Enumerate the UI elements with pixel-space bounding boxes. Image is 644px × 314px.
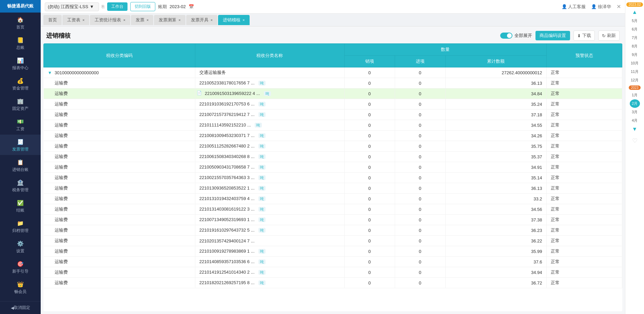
cell-purchase: 0 bbox=[395, 225, 445, 236]
tab-payroll-stats[interactable]: 工资统计报表 × bbox=[90, 15, 130, 25]
table-row[interactable]: 运输费 2210050903431708658 7 ... 吨 0 0 34.9… bbox=[44, 162, 622, 173]
cal-month-6[interactable]: 6月 bbox=[625, 25, 644, 34]
tab-close-payroll-stats[interactable]: × bbox=[123, 18, 125, 22]
cell-total: 34.26 bbox=[445, 131, 546, 141]
expand-icon[interactable]: ▼ bbox=[48, 70, 52, 75]
cell-purchase: 0 bbox=[395, 278, 445, 288]
table-row[interactable]: 运输费 2210061508340340268 8 ... 吨 0 0 35.3… bbox=[44, 152, 622, 162]
table-row[interactable]: 运输费 2210140859357103536 6 ... 吨 0 0 37.6… bbox=[44, 257, 622, 267]
calendar-icon[interactable]: 📅 bbox=[189, 4, 194, 9]
support-label[interactable]: 👤 人工客服 bbox=[562, 4, 586, 10]
cal-month-7[interactable]: 7月 bbox=[625, 34, 644, 42]
cell-sub-name: 运输费 bbox=[44, 162, 195, 173]
tab-invoice[interactable]: 发票 × bbox=[131, 15, 153, 25]
table-row[interactable]: 运输费 2210052338178017656 7 ... 吨 0 0 36.1… bbox=[44, 78, 622, 89]
table-row[interactable]: 运输费 📄 2210091503139659222 4 ... 吨 0 0 34… bbox=[44, 89, 622, 99]
sidebar-item-settings[interactable]: ⚙️ 设置 bbox=[0, 236, 41, 257]
cell-total: 34.91 bbox=[445, 162, 546, 173]
sidebar-item-invoice[interactable]: 🧾 发票管理 bbox=[0, 135, 41, 155]
tab-close-invoice[interactable]: × bbox=[147, 18, 149, 22]
expand-toggle[interactable] bbox=[500, 33, 512, 39]
cal-month-9[interactable]: 9月 bbox=[625, 51, 644, 59]
sidebar-item-tax[interactable]: 🏦 税务管理 bbox=[0, 175, 41, 196]
sidebar-item-label: 资金管理 bbox=[12, 85, 28, 91]
table-row[interactable]: 运输费 2210191610297643732 5 ... 吨 0 0 36.2… bbox=[44, 225, 622, 236]
table-row[interactable]: 运输费 2210191036192170753 6 ... 吨 0 0 35.2… bbox=[44, 99, 622, 110]
cell-code: 2210140859357103536 6 ... 吨 bbox=[195, 257, 344, 267]
tab-close-payroll[interactable]: × bbox=[82, 18, 84, 22]
sidebar-item-member[interactable]: 👑 畅会员 bbox=[0, 277, 41, 297]
cal-nav-up[interactable]: ▲ bbox=[631, 8, 639, 17]
table-row[interactable]: 运输费 2210201357429400124 7 ... 0 0 36.22 … bbox=[44, 236, 622, 246]
tab-invoice-issue[interactable]: 发票开具 × bbox=[186, 15, 217, 25]
user-avatar[interactable]: 👤 徐泽华 bbox=[591, 4, 611, 10]
sidebar-item-funds[interactable]: 💰 资金管理 bbox=[0, 74, 41, 94]
table-row[interactable]: 运输费 2210141912541014340 2 ... 吨 0 0 34.9… bbox=[44, 267, 622, 278]
sidebar-item-ledger[interactable]: 📒 总账 bbox=[0, 33, 41, 53]
cal-month-3[interactable]: 3月 bbox=[625, 108, 644, 116]
copy-icon[interactable]: ⎘ bbox=[102, 4, 104, 9]
cell-sub-name: 运输费 bbox=[44, 152, 195, 162]
download-button[interactable]: ⬇ 下载 bbox=[573, 31, 595, 41]
cal-month-11[interactable]: 11月 bbox=[625, 67, 644, 76]
sidebar-item-payroll[interactable]: 💵 工资 bbox=[0, 114, 41, 135]
sidebar-item-purchase[interactable]: 📋 进销台账 bbox=[0, 155, 41, 175]
cell-status: 正常 bbox=[546, 78, 622, 89]
cell-status: 正常 bbox=[546, 267, 622, 278]
cell-total: 34.94 bbox=[445, 267, 546, 278]
cal-month-2[interactable]: 2月 bbox=[630, 99, 640, 108]
header-actions: 全部展开 商品编码设置 ⬇ 下载 ↻ 刷新 bbox=[500, 31, 620, 41]
table-row[interactable]: 运输费 2210051125282667480 2 ... 吨 0 0 35.7… bbox=[44, 141, 622, 152]
tab-invoice-calc[interactable]: 发票测算 × bbox=[154, 15, 185, 25]
tab-close-reconciliation[interactable]: × bbox=[242, 18, 245, 22]
table-row[interactable]: 运输费 2210021557035764363 3 ... 吨 0 0 35.1… bbox=[44, 173, 622, 183]
close-icon[interactable]: ✕ bbox=[617, 3, 621, 10]
table-row[interactable]: ▼ 301000000000000000 交通运输服务 0 0 27262.40… bbox=[44, 67, 622, 78]
home-icon: 🏠 bbox=[17, 17, 24, 23]
sidebar-item-home[interactable]: 🏠 首页 bbox=[0, 13, 41, 33]
cal-month-1[interactable]: 1月 bbox=[625, 91, 644, 99]
cal-month-4[interactable]: 4月 bbox=[625, 116, 644, 125]
cell-tax-code: ▼ 301000000000000000 bbox=[44, 67, 195, 78]
sidebar-item-assets[interactable]: 🏢 固定资产 bbox=[0, 94, 41, 114]
cal-month-8[interactable]: 8月 bbox=[625, 42, 644, 51]
tab-close-invoice-issue[interactable]: × bbox=[211, 18, 213, 22]
switch-version-button[interactable]: 切到旧版 bbox=[130, 2, 155, 11]
cal-month-5[interactable]: 5月 bbox=[625, 17, 644, 25]
table-row[interactable]: 运输费 2210130936520853522 1 ... 吨 0 0 36.1… bbox=[44, 183, 622, 194]
sidebar-item-reports[interactable]: 📊 报表中心 bbox=[0, 53, 41, 74]
cell-sale: 0 bbox=[344, 131, 395, 141]
sidebar-item-label: 工资 bbox=[16, 126, 24, 132]
cell-sub-name: 运输费 bbox=[44, 246, 195, 257]
sidebar-item-close[interactable]: ✅ 结账 bbox=[0, 196, 41, 216]
cell-total: 35.24 bbox=[445, 99, 546, 110]
sidebar-item-archive[interactable]: 📁 归档管理 bbox=[0, 216, 41, 236]
cal-month-12[interactable]: 12月 bbox=[625, 76, 644, 84]
sidebar-pin[interactable]: ◀ 取消固定 bbox=[0, 301, 41, 314]
company-selector[interactable]: (勿动) 江西报宝-LSS ▼ bbox=[45, 2, 99, 11]
cell-total: 35.75 bbox=[445, 141, 546, 152]
cell-sale: 0 bbox=[344, 215, 395, 225]
table-row[interactable]: 运输费 2210111143592152210 ... 吨 0 0 34.55 … bbox=[44, 120, 622, 131]
tab-close-invoice-calc[interactable]: × bbox=[178, 18, 180, 22]
cell-purchase: 0 bbox=[395, 110, 445, 120]
table-row[interactable]: 运输费 2210131403081619122 3 ... 吨 0 0 34.5… bbox=[44, 204, 622, 215]
tab-home[interactable]: 首页 bbox=[43, 15, 62, 25]
table-row[interactable]: 运输费 2210072157376219412 7 ... 吨 0 0 37.1… bbox=[44, 110, 622, 120]
cal-month-10[interactable]: 10月 bbox=[625, 59, 644, 67]
table-row[interactable]: 运输费 2210081009453230371 7 ... 吨 0 0 34.2… bbox=[44, 131, 622, 141]
tab-payroll[interactable]: 工资表 × bbox=[62, 15, 89, 25]
topbar-right: 👤 人工客服 👤 徐泽华 ✕ bbox=[562, 3, 621, 10]
table-row[interactable]: 运输费 2210182021269257195 8 ... 吨 0 0 36.7… bbox=[44, 278, 622, 288]
sidebar-item-guide[interactable]: 🎯 新手引导 bbox=[0, 257, 41, 277]
company-name: (勿动) 江西报宝-LSS bbox=[48, 4, 88, 10]
cal-nav-down[interactable]: ▼ bbox=[631, 125, 639, 134]
table-row[interactable]: 运输费 2210071349052319693 1 ... 吨 0 0 37.3… bbox=[44, 215, 622, 225]
tab-reconciliation[interactable]: 进销稽核 × bbox=[218, 15, 249, 25]
workspace-button[interactable]: 工作台 bbox=[107, 2, 128, 11]
sidebar-item-label: 报表中心 bbox=[12, 65, 28, 71]
table-row[interactable]: 运输费 2210131019432403759 4 ... 吨 0 0 33.2… bbox=[44, 194, 622, 204]
table-row[interactable]: 运输费 2210100919278983869 1 ... 吨 0 0 35.9… bbox=[44, 246, 622, 257]
refresh-button[interactable]: ↻ 刷新 bbox=[598, 31, 620, 41]
commodity-code-button[interactable]: 商品编码设置 bbox=[535, 31, 570, 40]
